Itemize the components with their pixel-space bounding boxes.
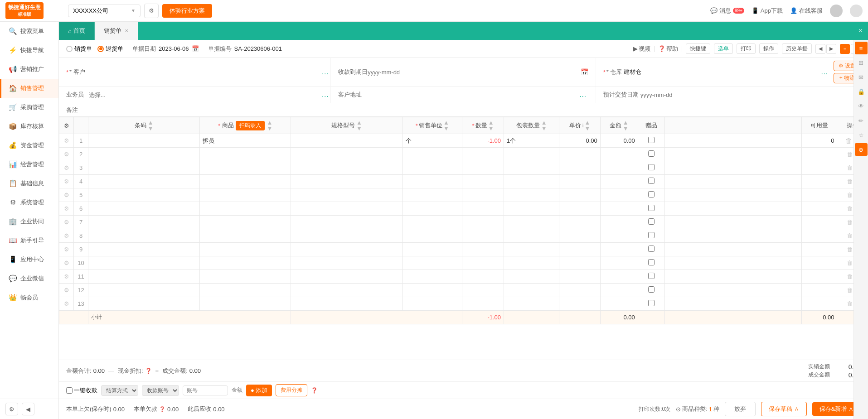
save-draft-button[interactable]: 保存草稿 ∧	[761, 402, 807, 416]
td-notes[interactable]	[664, 297, 801, 311]
td-qty[interactable]	[462, 216, 504, 229]
td-unit[interactable]	[402, 148, 462, 161]
td-barcode[interactable]	[88, 297, 200, 311]
row-gear-icon[interactable]: ⚙	[64, 164, 69, 171]
td-spec[interactable]	[291, 148, 402, 161]
td-price[interactable]	[559, 243, 600, 256]
video-link[interactable]: ▶ 视频	[633, 45, 650, 53]
gift-cb[interactable]	[648, 232, 655, 238]
payment-method-select[interactable]: 结算方式	[101, 385, 138, 396]
td-notes[interactable]	[664, 229, 801, 243]
del-btn[interactable]: 🗑	[847, 260, 853, 266]
shortcut-button[interactable]: 快捷键	[686, 43, 710, 54]
sidebar-item-apps[interactable]: 📱 应用中心	[0, 250, 58, 269]
td-qty[interactable]	[462, 188, 504, 202]
td-qty[interactable]	[462, 270, 504, 284]
td-barcode[interactable]	[88, 284, 200, 297]
tab-close-icon[interactable]: ×	[125, 28, 128, 34]
account-select[interactable]: 收款账号	[142, 385, 179, 396]
sidebar-item-basics[interactable]: 📋 基础信息	[0, 174, 58, 193]
one-click-pay-checkbox[interactable]	[66, 387, 73, 394]
td-product[interactable]	[200, 161, 291, 175]
td-price[interactable]	[559, 148, 600, 161]
sidebar-item-marketing[interactable]: 📢 营销推广	[0, 60, 58, 79]
td-spec[interactable]	[291, 270, 402, 284]
td-product[interactable]	[200, 284, 291, 297]
gift-cb[interactable]	[648, 218, 655, 225]
calendar-icon[interactable]: 📅	[192, 45, 199, 52]
scan-button[interactable]: 扫码录入	[236, 121, 265, 130]
salesperson-input[interactable]	[89, 92, 320, 98]
discount-help-icon[interactable]: ❓	[145, 368, 152, 374]
td-qty[interactable]	[462, 229, 504, 243]
td-amount[interactable]	[600, 229, 638, 243]
td-product[interactable]	[200, 256, 291, 270]
td-notes[interactable]	[664, 161, 801, 175]
td-qty[interactable]	[462, 243, 504, 256]
message-button[interactable]: 💬 消息 99+	[710, 7, 744, 15]
td-qty[interactable]	[462, 256, 504, 270]
sidebar-settings-btn[interactable]: ⚙	[5, 403, 18, 415]
del-btn[interactable]: 🗑	[847, 164, 853, 171]
spec-input-1[interactable]	[294, 138, 399, 144]
gift-cb[interactable]	[648, 246, 655, 252]
company-selector[interactable]: XXXXXX公司 ▼	[68, 5, 141, 17]
td-unit[interactable]	[402, 229, 462, 243]
td-unit[interactable]	[402, 175, 462, 188]
td-qty-1[interactable]: -1.00	[462, 134, 504, 148]
row-gear-icon[interactable]: ⚙	[64, 246, 69, 253]
sales-order-radio[interactable]: 销货单	[66, 45, 92, 53]
td-spec[interactable]	[291, 256, 402, 270]
row-gear-icon[interactable]: ⚙	[64, 300, 69, 307]
right-tool-orange[interactable]: ⊕	[855, 143, 868, 156]
td-amount[interactable]	[600, 148, 638, 161]
td-unit[interactable]	[402, 216, 462, 229]
td-price[interactable]	[559, 175, 600, 188]
operate-button[interactable]: 操作	[759, 43, 778, 54]
sidebar-item-sales[interactable]: 🏠 销售管理	[0, 79, 58, 98]
td-notes[interactable]	[664, 243, 801, 256]
del-btn[interactable]: 🗑	[847, 178, 853, 185]
td-amount[interactable]	[600, 256, 638, 270]
expense-help-icon[interactable]: ❓	[311, 387, 318, 394]
td-notes[interactable]	[664, 175, 801, 188]
td-price-1[interactable]: 0.00	[559, 134, 600, 148]
td-amount[interactable]	[600, 270, 638, 284]
td-spec[interactable]	[291, 188, 402, 202]
td-price[interactable]	[559, 284, 600, 297]
right-tool-lock[interactable]: 🔒	[855, 85, 868, 98]
td-qty[interactable]	[462, 148, 504, 161]
close-window-button[interactable]: ×	[853, 27, 868, 35]
list-view-btn[interactable]: ≡	[840, 44, 850, 54]
payment-calendar-icon[interactable]: 📅	[581, 68, 588, 76]
del-btn[interactable]: 🗑	[847, 232, 853, 239]
del-btn[interactable]: 🗑	[847, 246, 853, 253]
td-unit[interactable]	[402, 270, 462, 284]
td-barcode[interactable]	[88, 161, 200, 175]
row-gear-icon[interactable]: ⚙	[64, 151, 69, 158]
td-product-1[interactable]: 拆员	[200, 134, 291, 148]
history-button[interactable]: 历史单据	[782, 43, 812, 54]
row-gear-icon[interactable]: ⚙	[64, 219, 69, 226]
td-product[interactable]	[200, 297, 291, 311]
trial-button[interactable]: 体验行业方案	[162, 4, 212, 18]
gift-cb[interactable]	[648, 164, 655, 170]
td-product[interactable]	[200, 216, 291, 229]
td-price[interactable]	[559, 216, 600, 229]
td-notes[interactable]	[664, 284, 801, 297]
td-price[interactable]	[559, 188, 600, 202]
next-arrow[interactable]: ▶	[826, 44, 836, 54]
select-button[interactable]: 选单	[714, 43, 733, 54]
td-spec[interactable]	[291, 243, 402, 256]
remarks-input[interactable]	[86, 106, 861, 113]
td-price[interactable]	[559, 297, 600, 311]
del-btn[interactable]: 🗑	[847, 287, 853, 294]
td-product[interactable]	[200, 202, 291, 216]
gear-col-icon[interactable]: ⚙	[64, 122, 69, 129]
expected-delivery-input[interactable]	[640, 92, 853, 98]
gift-cb[interactable]	[648, 273, 655, 279]
td-qty[interactable]	[462, 297, 504, 311]
row-gear-icon[interactable]: ⚙	[64, 137, 69, 144]
salesperson-dots[interactable]: …	[320, 91, 330, 99]
sidebar-item-member[interactable]: 👑 畅会员	[0, 288, 58, 307]
